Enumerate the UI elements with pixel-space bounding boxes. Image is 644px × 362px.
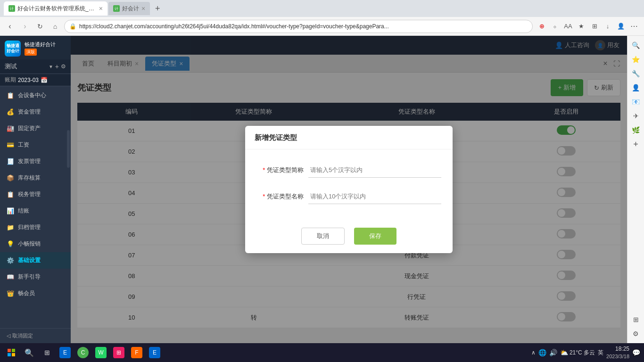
workspace-gear[interactable]: ⚙ [61, 63, 66, 70]
sidebar-item-fixed-assets[interactable]: 🏭 固定资产 [0, 120, 71, 137]
tray-network[interactable]: 🌐 [538, 349, 546, 356]
label-short-text: 凭证类型简称 [267, 166, 304, 173]
input-method-label: 英 [598, 349, 603, 356]
taskbar-app-1[interactable]: E [58, 345, 73, 360]
period-bar: 账期 2023-03 📅 [0, 74, 71, 86]
tray-sound[interactable]: 🔊 [549, 349, 557, 356]
calendar-icon[interactable]: 📅 [41, 77, 48, 83]
rs-ext-btn[interactable]: 🔧 [629, 67, 643, 80]
extension-btn-3[interactable]: AA [562, 20, 574, 33]
sidebar-item-guide[interactable]: 📖 新手引导 [0, 269, 71, 285]
rs-add-btn[interactable]: + [629, 138, 643, 151]
taskbar-app-2[interactable]: C [75, 345, 91, 360]
tab-close-1[interactable]: × [99, 5, 103, 12]
taskbar-app-4[interactable]: ⊞ [111, 345, 126, 360]
sidebar-item-dashboard[interactable]: 📋 会设备中心 [0, 87, 71, 104]
archive-label: 归档管理 [18, 223, 41, 231]
cancel-button[interactable]: 取消 [301, 228, 345, 245]
start-button[interactable] [4, 345, 19, 360]
field-short-input[interactable] [308, 163, 441, 178]
save-button[interactable]: 保存 [354, 228, 396, 245]
svg-rect-1 [12, 349, 15, 352]
browser-menu-button[interactable]: ⋯ [628, 20, 640, 33]
rs-search-btn[interactable]: 🔍 [629, 39, 643, 52]
scroll-bar[interactable] [67, 130, 70, 168]
new-tab-button[interactable]: + [151, 2, 164, 15]
tab-title-1: 好会计云财务软件管理系统_会计 [17, 5, 97, 13]
workspace-add[interactable]: + [55, 63, 59, 70]
tab-favicon: 计 [8, 5, 15, 12]
extension-btn-4[interactable]: ★ [575, 20, 587, 33]
rs-gear-btn[interactable]: ⚙ [629, 327, 643, 340]
forward-button[interactable]: › [19, 20, 31, 33]
browser-chrome: 计 好会计云财务软件管理系统_会计 × 计 好会计 × + ‹ › ↻ ⌂ 🔒 … [0, 0, 644, 36]
logo-badge: 演版 [25, 49, 37, 56]
sidebar-item-capital[interactable]: 💰 资金管理 [0, 104, 71, 120]
logo-text-area: 畅捷通好合计 演版 [25, 41, 56, 56]
workspace-name: 测试 [5, 62, 47, 71]
guide-label: 新手引导 [18, 273, 41, 281]
extension-btn-7[interactable]: 👤 [615, 20, 627, 33]
tab-bar: 计 好会计云财务软件管理系统_会计 × 计 好会计 × + [0, 0, 644, 17]
clock-area[interactable]: 18:25 2023/3/18 [606, 345, 629, 360]
workspace-selector[interactable]: 测试 ▼ + ⚙ [0, 59, 71, 74]
tray-up-arrow[interactable]: ∧ [531, 349, 536, 356]
tab-inactive[interactable]: 计 好会计 × [108, 2, 150, 15]
rs-outlook-btn[interactable]: 📧 [629, 95, 643, 108]
settings-label: 基础设置 [18, 256, 41, 264]
notifications-btn[interactable]: 💬 [632, 349, 640, 356]
taskbar-app-6[interactable]: E [147, 345, 162, 360]
taskbar-search[interactable]: 🔍 [22, 345, 37, 360]
sidebar-logo: 畅捷通好会计 畅捷通好合计 演版 [0, 36, 71, 59]
dialog-header: 新增凭证类型 [245, 126, 453, 149]
sidebar-item-expense[interactable]: 💡 小畅报销 [0, 236, 71, 252]
sidebar-item-invoice[interactable]: 🧾 发票管理 [0, 153, 71, 170]
period-value: 2023-03 [18, 77, 39, 83]
tab-close-2[interactable]: × [141, 5, 145, 12]
url-box[interactable]: 🔒 https://cloud2.chanjet.com/accounting/… [64, 20, 533, 33]
taskbar: 🔍 ⊞ E C W ⊞ F E ∧ 🌐 🔊 ⛅ 21°C 多云 英 18:25 … [0, 343, 644, 362]
dialog: 新增凭证类型 * 凭证类型简称 * 凭证类型名称 取消 保存 [245, 126, 453, 253]
reload-button[interactable]: ↻ [34, 20, 46, 33]
sidebar-item-archive[interactable]: 📁 归档管理 [0, 219, 71, 236]
tab-active[interactable]: 计 好会计云财务软件管理系统_会计 × [4, 1, 107, 16]
extension-btn-2[interactable]: ⬦ [549, 20, 561, 33]
dashboard-label: 会设备中心 [18, 91, 46, 99]
home-button[interactable]: ⌂ [49, 20, 61, 33]
sidebar-item-salary[interactable]: 💳 工资 [0, 137, 71, 153]
rs-grid-btn[interactable]: ⊞ [629, 313, 643, 326]
invoice-label: 发票管理 [18, 157, 41, 165]
sidebar-item-settings[interactable]: ⚙️ 基础设置 [0, 252, 71, 269]
right-sidebar: 🔍 ⭐ 🔧 👤 📧 ✈ 🌿 + ⊞ ⚙ [627, 36, 644, 343]
clock-time: 18:25 [606, 345, 629, 353]
taskbar-app-5[interactable]: F [129, 345, 144, 360]
tax-icon: 📋 [7, 191, 14, 198]
fixed-assets-label: 固定资产 [18, 124, 41, 132]
salary-icon: 💳 [7, 141, 14, 148]
rs-star-btn[interactable]: ⭐ [629, 53, 643, 66]
rs-feather-btn[interactable]: ✈ [629, 109, 643, 123]
field-name-input[interactable] [308, 189, 441, 204]
closing-label: 结账 [18, 207, 29, 215]
extension-btn-5[interactable]: ⊞ [588, 20, 601, 33]
back-button[interactable]: ‹ [4, 20, 16, 33]
tray-input[interactable]: 英 [598, 349, 603, 357]
logo-title: 畅捷通好合计 [25, 41, 56, 48]
taskbar-app-3[interactable]: W [93, 345, 108, 360]
rs-leaf-btn[interactable]: 🌿 [629, 123, 643, 137]
fixed-assets-icon: 🏭 [7, 125, 14, 132]
taskbar-task-view[interactable]: ⊞ [40, 345, 55, 360]
member-icon: 👑 [7, 290, 14, 297]
sidebar-item-tax[interactable]: 📋 税务管理 [0, 186, 71, 203]
sidebar-item-inventory[interactable]: 📦 库存核算 [0, 170, 71, 186]
dashboard-icon: 📋 [7, 92, 14, 99]
rs-user-btn[interactable]: 👤 [629, 81, 643, 94]
cancel-pin[interactable]: ◁ 取消固定 [0, 328, 71, 343]
extension-btn-6[interactable]: ↓ [602, 20, 614, 33]
form-row-name: * 凭证类型名称 [256, 189, 441, 204]
sidebar-item-member[interactable]: 👑 畅会员 [0, 285, 71, 302]
sidebar-item-closing[interactable]: 📊 结账 [0, 203, 71, 219]
salary-label: 工资 [18, 141, 29, 149]
inventory-icon: 📦 [7, 174, 14, 181]
extension-btn-1[interactable]: ⊕ [536, 20, 548, 33]
